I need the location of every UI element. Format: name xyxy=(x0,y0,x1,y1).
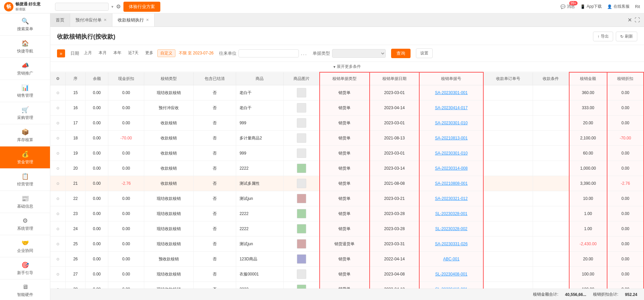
expand-more-button[interactable]: ▾ 展开更多条件 xyxy=(333,64,361,70)
sidebar-item-management[interactable]: 📋 经营管理 xyxy=(0,169,50,191)
cell-cancel-voucher-type: 销货单 xyxy=(320,252,370,267)
date-opt-7days[interactable]: 近7天 xyxy=(125,49,141,57)
collab-icon: 🤝 xyxy=(21,239,29,247)
message-icon: 💬 xyxy=(560,4,566,9)
date-opt-custom[interactable]: 自定义 xyxy=(157,49,175,57)
cell-cancel-discount: 0.00 xyxy=(607,267,644,282)
filter-expand-button[interactable]: » xyxy=(57,49,65,57)
cell-product-image xyxy=(283,252,320,267)
cell-gear[interactable]: ⊙ xyxy=(50,267,65,282)
tab-cancel-execution[interactable]: 收款核销执行 ✕ xyxy=(112,13,155,27)
from-unit-input[interactable] xyxy=(238,49,299,57)
cell-gear[interactable]: ⊙ xyxy=(50,100,65,116)
col-header-gear[interactable]: ⚙ xyxy=(50,72,65,85)
cell-cancel-voucher-date: 2023-04-08 xyxy=(370,267,420,282)
sidebar-item-collab[interactable]: 🤝 企业协同 xyxy=(0,235,50,257)
sidebar-item-basic-info[interactable]: 📰 基础信息 xyxy=(0,191,50,213)
cell-cancel-voucher-no[interactable]: SA-20230301-010 xyxy=(419,116,483,131)
cell-receipt-condition xyxy=(533,116,569,131)
cell-cancel-amount: 360.00 xyxy=(569,85,607,100)
sales-icon: 📊 xyxy=(21,84,29,91)
cell-gear[interactable]: ⊙ xyxy=(50,221,65,237)
dropdown-arrow-icon: ▾ xyxy=(111,4,113,9)
sidebar-item-guide[interactable]: 🎯 新手引导 xyxy=(0,257,50,280)
cell-cancel-voucher-no[interactable]: SA-20230314-008 xyxy=(419,161,483,176)
cell-cancel-voucher-no[interactable]: SA-20210813-001 xyxy=(419,131,483,146)
cell-gear[interactable]: ⊙ xyxy=(50,237,65,252)
search-menu-icon: 🔍 xyxy=(21,17,29,25)
tab-fullscreen-button[interactable]: ⛶ xyxy=(635,17,640,23)
tab-close-all-button[interactable]: ✕ xyxy=(628,17,632,23)
export-label: 导出 xyxy=(601,34,609,39)
cell-cancel-voucher-no[interactable]: SA-20230331-026 xyxy=(419,237,483,252)
refresh-button[interactable]: ↻ 刷新 xyxy=(616,32,637,41)
cell-gear[interactable]: ⊙ xyxy=(50,282,65,289)
cell-cancel-voucher-no[interactable]: SA-20210808-001 xyxy=(419,176,483,191)
sidebar-item-system[interactable]: ⚙ 系统管理 xyxy=(0,213,50,235)
cell-cancel-discount: 0.00 xyxy=(607,85,644,100)
date-opt-this-year[interactable]: 本年 xyxy=(111,49,124,57)
cell-cancel-voucher-no[interactable]: SL-20230328-001 xyxy=(419,206,483,221)
sidebar-item-sales[interactable]: 📊 销售管理 xyxy=(0,80,50,102)
cell-receipt-condition xyxy=(533,85,569,100)
date-opt-this-month[interactable]: 本月 xyxy=(96,49,109,57)
app-download-button[interactable]: 📱 App下载 xyxy=(580,4,602,9)
tab-home[interactable]: 首页 xyxy=(50,13,70,27)
cell-product-image xyxy=(283,161,320,176)
cell-product: 老白干 xyxy=(236,85,283,100)
cell-cash-discount: 0.00 xyxy=(108,191,144,206)
cell-gear[interactable]: ⊙ xyxy=(50,191,65,206)
online-support-button[interactable]: 👤 在线客服 xyxy=(607,4,630,9)
cell-cancel-voucher-no[interactable]: SA-20230321-012 xyxy=(419,191,483,206)
cell-cancel-voucher-no[interactable]: SA-20230301-010 xyxy=(419,146,483,161)
sidebar-item-finance[interactable]: 💰 资金管理 xyxy=(0,146,50,169)
cell-cancel-voucher-no[interactable]: ABC-001 xyxy=(419,252,483,267)
cell-cancel-type: 现结收款核销 xyxy=(144,221,194,237)
cell-gear[interactable]: ⊙ xyxy=(50,85,65,100)
voucher-type-select[interactable] xyxy=(332,49,386,58)
query-button[interactable]: 查询 xyxy=(391,49,411,58)
settings-icon[interactable]: ⚙ xyxy=(116,3,121,10)
sidebar-item-inventory[interactable]: 📦 库存核算 xyxy=(0,124,50,146)
user-area[interactable]: Rit xyxy=(635,4,640,9)
cell-gear[interactable]: ⊙ xyxy=(50,206,65,221)
cell-receipt-condition xyxy=(533,191,569,206)
tab-prepayment[interactable]: 预付冲应付单 ✕ xyxy=(70,13,112,27)
cell-cancel-type: 现结收款核销 xyxy=(144,206,194,221)
sidebar-item-purchase[interactable]: 🛒 采购管理 xyxy=(0,102,50,124)
marketing-icon: 📣 xyxy=(21,62,29,69)
cell-cancel-amount: 333.00 xyxy=(569,100,607,116)
cell-cancel-discount: 0.00 xyxy=(607,116,644,131)
cell-gear[interactable]: ⊙ xyxy=(50,252,65,267)
date-opt-more[interactable]: 更多 xyxy=(143,49,156,57)
top-search-input[interactable] xyxy=(55,3,109,11)
sidebar-item-nav[interactable]: 🏠 快捷导航 xyxy=(0,36,50,58)
table-container[interactable]: ⚙ 序 余额 现金折扣 核销类型 包含已结清 商品 商品图片 核销单据类型 核销… xyxy=(50,72,644,289)
export-button[interactable]: ↑ 导出 xyxy=(593,32,613,41)
cell-cancel-voucher-no[interactable]: SA-20230301-001 xyxy=(419,85,483,100)
cell-gear[interactable]: ⊙ xyxy=(50,176,65,191)
cell-cancel-voucher-no[interactable]: SL-20230408-001 xyxy=(419,267,483,282)
cell-gear[interactable]: ⊙ xyxy=(50,131,65,146)
date-opt-last-month[interactable]: 上月 xyxy=(81,49,95,57)
cell-cancel-voucher-no[interactable]: SL-20230328-002 xyxy=(419,221,483,237)
sidebar-item-marketing[interactable]: 📣 营销推广 xyxy=(0,58,50,80)
tab-cancel-execution-close-icon[interactable]: ✕ xyxy=(146,18,149,22)
sidebar-label-management: 经营管理 xyxy=(17,181,33,187)
cell-cancel-amount: -2,430.00 xyxy=(569,237,607,252)
messages-button[interactable]: 💬 消息 99+ xyxy=(560,4,575,9)
solution-button[interactable]: 体验行业方案 xyxy=(123,2,160,12)
cell-gear[interactable]: ⊙ xyxy=(50,161,65,176)
cell-cancel-voucher-no[interactable]: SL-20230418-001 xyxy=(419,282,483,289)
messages-badge: 99+ xyxy=(569,1,578,5)
cell-cancel-voucher-no[interactable]: SA-20230414-017 xyxy=(419,100,483,116)
cell-balance: 0.00 xyxy=(86,85,108,100)
sidebar-item-hardware[interactable]: 🖥 智能硬件 xyxy=(0,280,50,300)
cell-gear[interactable]: ⊙ xyxy=(50,116,65,131)
tab-prepayment-close-icon[interactable]: ✕ xyxy=(104,18,107,22)
sidebar-item-search[interactable]: 🔍 搜索菜单 xyxy=(0,13,50,36)
hardware-icon: 🖥 xyxy=(22,284,28,291)
cell-gear[interactable]: ⊙ xyxy=(50,146,65,161)
cell-receipt-condition xyxy=(533,237,569,252)
filter-settings-button[interactable]: 设置 xyxy=(416,48,433,58)
